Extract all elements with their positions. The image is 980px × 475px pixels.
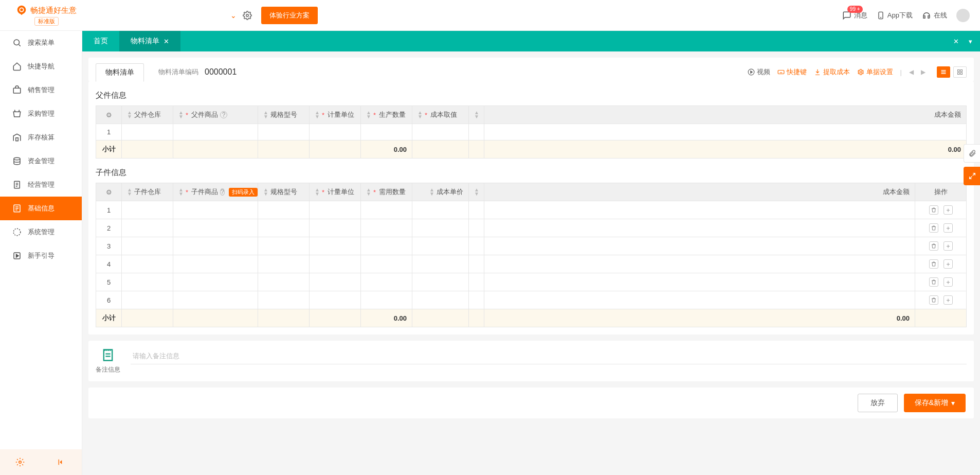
sort-icon[interactable]: ▲▼	[429, 188, 434, 196]
sidebar-collapse-icon[interactable]	[56, 458, 66, 466]
child-row[interactable]: 4＋	[96, 255, 967, 273]
table-settings-icon[interactable]: ⚙	[106, 111, 112, 119]
child-row[interactable]: 5＋	[96, 273, 967, 291]
child-row[interactable]: 2＋	[96, 219, 967, 237]
col-child-qty: 需用数量	[379, 187, 406, 197]
app-download-button[interactable]: App下载	[877, 11, 913, 20]
action-doc-settings[interactable]: 单据设置	[857, 67, 893, 77]
sidebar-item-guide[interactable]: 新手引导	[0, 244, 82, 268]
sidebar-item-sales[interactable]: 销售管理	[0, 78, 82, 102]
sidebar-item-operation[interactable]: 经营管理	[0, 173, 82, 197]
messages-button[interactable]: 99 + 消息	[842, 11, 867, 20]
svg-rect-4	[16, 138, 19, 141]
tab-bar: 首页 物料清单 ✕ ✕ ▾	[82, 31, 980, 51]
save-and-new-button[interactable]: 保存&新增 ▾	[904, 394, 966, 412]
svg-rect-20	[958, 73, 960, 75]
child-row[interactable]: 6＋	[96, 291, 967, 309]
app-download-label: App下载	[887, 11, 913, 20]
bom-code-value: 0000001	[205, 67, 237, 77]
sort-icon[interactable]: ▲▼	[178, 111, 184, 119]
action-shortcut[interactable]: 快捷键	[777, 67, 807, 77]
action-video[interactable]: 视频	[748, 67, 770, 77]
page-tab-bom[interactable]: 物料清单	[96, 63, 144, 82]
sidebar-item-quicknav[interactable]: 快捷导航	[0, 55, 82, 78]
org-selector[interactable]: ⌄	[103, 11, 237, 20]
sidebar-item-search[interactable]: 搜索菜单	[0, 31, 82, 55]
view-card-button[interactable]	[953, 66, 967, 78]
child-subtotal-row: 小计 0.00 0.00	[96, 309, 967, 327]
row-add-icon[interactable]: ＋	[943, 241, 953, 251]
system-icon	[12, 227, 22, 237]
col-parent-unit: 计量单位	[328, 110, 354, 119]
tab-home[interactable]: 首页	[82, 31, 119, 51]
row-add-icon[interactable]: ＋	[943, 277, 953, 287]
sidebar-settings-icon[interactable]	[15, 458, 25, 467]
row-delete-icon[interactable]	[929, 277, 938, 287]
sort-icon[interactable]: ▲▼	[366, 188, 371, 196]
parent-subtotal-amount: 0.00	[484, 140, 967, 159]
sort-icon[interactable]: ▲▼	[263, 188, 268, 196]
row-delete-icon[interactable]	[929, 259, 938, 269]
row-add-icon[interactable]: ＋	[943, 259, 953, 269]
header-settings-icon[interactable]	[243, 11, 252, 20]
guide-icon	[12, 251, 22, 260]
remark-input[interactable]	[131, 348, 967, 364]
tabbar-more-icon[interactable]: ▾	[964, 34, 977, 48]
expand-tool[interactable]	[964, 167, 980, 185]
industry-cta-button[interactable]: 体验行业方案	[261, 7, 318, 24]
nav-next-icon[interactable]: ▶	[921, 68, 925, 76]
sort-icon[interactable]: ▲▼	[474, 111, 479, 119]
sidebar-item-inventory[interactable]: 库存核算	[0, 126, 82, 149]
attachment-tool[interactable]	[964, 144, 980, 163]
action-extract-cost[interactable]: 提取成本	[814, 67, 850, 77]
brand-logo: 畅捷通好生意 标准版	[10, 5, 82, 26]
row-delete-icon[interactable]	[929, 241, 938, 251]
svg-point-0	[246, 14, 249, 16]
svg-point-10	[19, 461, 22, 464]
sort-icon[interactable]: ▲▼	[366, 111, 371, 119]
sort-icon[interactable]: ▲▼	[315, 111, 320, 119]
col-parent-costamt: 成本金额	[934, 111, 961, 118]
child-section-title: 子件信息	[96, 168, 967, 178]
row-delete-icon[interactable]	[929, 205, 938, 215]
svg-rect-1	[879, 12, 883, 19]
brand-icon	[16, 5, 27, 16]
row-delete-icon[interactable]	[929, 223, 938, 233]
row-add-icon[interactable]: ＋	[943, 295, 953, 305]
sort-icon[interactable]: ▲▼	[127, 188, 132, 196]
child-table: ⚙ ▲▼子件仓库 ▲▼*子件商品?扫码录入 ▲▼规格型号 ▲▼*计量单位 ▲▼*…	[96, 183, 967, 327]
table-settings-icon[interactable]: ⚙	[106, 188, 112, 196]
child-row[interactable]: 3＋	[96, 237, 967, 255]
scan-input-badge[interactable]: 扫码录入	[229, 188, 258, 197]
online-service-button[interactable]: 在线	[922, 11, 947, 20]
view-list-button[interactable]	[937, 66, 950, 78]
gear-icon	[857, 68, 864, 76]
sidebar-item-funds[interactable]: 资金管理	[0, 149, 82, 173]
sort-icon[interactable]: ▲▼	[127, 111, 132, 119]
user-avatar[interactable]	[956, 9, 970, 22]
messages-badge: 99 +	[847, 6, 863, 13]
tabbar-close-all-icon[interactable]: ✕	[949, 34, 963, 48]
row-add-icon[interactable]: ＋	[943, 205, 953, 215]
help-icon[interactable]: ?	[220, 111, 227, 118]
sidebar-item-basic[interactable]: 基础信息	[0, 197, 82, 220]
nav-prev-icon[interactable]: ◀	[909, 68, 914, 76]
brand-edition-badge: 标准版	[34, 17, 59, 26]
row-delete-icon[interactable]	[929, 295, 938, 305]
col-child-wh: 子件仓库	[134, 187, 161, 197]
help-icon[interactable]: ?	[220, 188, 225, 196]
discard-button[interactable]: 放弃	[858, 394, 898, 412]
sidebar-item-purchase[interactable]: 采购管理	[0, 102, 82, 126]
sidebar-item-label: 采购管理	[28, 109, 55, 118]
sidebar-item-system[interactable]: 系统管理	[0, 220, 82, 244]
child-row[interactable]: 1＋	[96, 201, 967, 219]
sort-icon[interactable]: ▲▼	[178, 188, 184, 196]
tab-bom[interactable]: 物料清单 ✕	[119, 31, 180, 51]
sort-icon[interactable]: ▲▼	[474, 188, 479, 196]
sort-icon[interactable]: ▲▼	[315, 188, 320, 196]
row-add-icon[interactable]: ＋	[943, 223, 953, 233]
sort-icon[interactable]: ▲▼	[263, 111, 268, 119]
parent-row[interactable]: 1	[96, 124, 967, 140]
tab-close-icon[interactable]: ✕	[164, 38, 169, 45]
sort-icon[interactable]: ▲▼	[418, 111, 423, 119]
